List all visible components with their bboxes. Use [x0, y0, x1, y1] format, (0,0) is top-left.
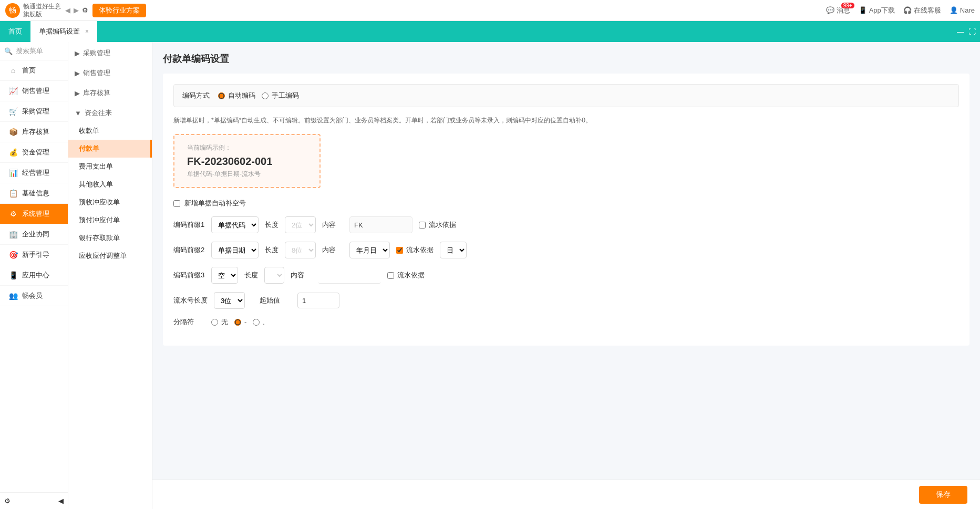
prefix3-label: 编码前缀3	[173, 271, 205, 280]
length2-label: 长度	[265, 245, 278, 255]
trial-button[interactable]: 体验行业方案	[92, 4, 146, 17]
app-download-button[interactable]: 📱 App下载	[859, 6, 895, 15]
sub-group-finance-header[interactable]: ▼ 资金往来	[68, 104, 152, 122]
tab-close-icon[interactable]: ×	[85, 28, 89, 35]
save-button[interactable]: 保存	[919, 486, 967, 504]
tab-bar-actions: — ⛶	[957, 27, 980, 36]
sidebar-collapse-icon[interactable]: ◀	[58, 497, 64, 505]
form-row-prefix3: 编码前缀3 空 长度 内容 流水依据	[173, 267, 959, 284]
sidebar-item-sales[interactable]: 📈 销售管理	[0, 81, 68, 101]
sep-dash-option[interactable]: -	[234, 318, 246, 326]
purchase-icon: 🛒	[8, 107, 18, 116]
length3-select[interactable]	[264, 267, 284, 284]
basic-icon: 📋	[8, 189, 18, 198]
arrow-right-icon3: ▶	[75, 89, 80, 97]
start-value-input[interactable]	[297, 293, 339, 308]
inventory-icon: 📦	[8, 127, 18, 137]
waterflow1-checkbox[interactable]	[419, 222, 426, 228]
prefix3-select[interactable]: 空	[211, 267, 238, 284]
tab-bar: 首页 单据编码设置 × — ⛶	[0, 21, 980, 42]
operations-icon: 📊	[8, 168, 18, 178]
form-row-prefix1: 编码前缀1 单据代码 长度 2位 内容 FK 流水依据	[173, 216, 959, 233]
sidebar-item-appstore[interactable]: 📱 应用中心	[0, 265, 68, 286]
sub-group-purchase-header[interactable]: ▶ 采购管理	[68, 44, 152, 62]
manual-encoding-option[interactable]: 手工编码	[262, 91, 299, 100]
nav-prev-icon[interactable]: ◀	[65, 6, 70, 14]
sidebar-item-system[interactable]: ⚙ 系统管理	[0, 204, 68, 224]
logo-badge: 旗舰版	[23, 11, 61, 18]
sub-item-prepay-pay[interactable]: 预付冲应付单	[68, 211, 152, 229]
message-badge: 99+	[841, 3, 854, 8]
encoding-method-label: 编码方式	[182, 91, 210, 100]
sidebar-item-home[interactable]: ⌂ 首页	[0, 60, 68, 81]
sep-dot-option[interactable]: .	[253, 318, 265, 326]
tab-minimize-icon[interactable]: —	[957, 27, 964, 36]
messages-button[interactable]: 💬 消息 99+	[826, 6, 850, 15]
page-title: 付款单编码设置	[163, 53, 969, 65]
sub-item-prepay-recv[interactable]: 预收冲应收单	[68, 193, 152, 211]
sep-dash-radio[interactable]	[234, 319, 241, 326]
sub-group-inventory-header[interactable]: ▶ 库存核算	[68, 84, 152, 102]
content3-label: 内容	[291, 271, 312, 280]
sidebar-item-finance[interactable]: 💰 资金管理	[0, 142, 68, 163]
sidebar-item-operations[interactable]: 📊 经营管理	[0, 163, 68, 183]
serial-length-select[interactable]: 3位	[214, 292, 245, 309]
sub-item-expense[interactable]: 费用支出单	[68, 158, 152, 175]
length1-select[interactable]: 2位	[285, 216, 316, 233]
tab-home[interactable]: 首页	[0, 21, 30, 42]
sidebar-search[interactable]: 🔍 搜索菜单	[0, 42, 68, 60]
sidebar-settings-icon[interactable]: ⚙	[4, 497, 11, 505]
message-icon: 💬	[826, 6, 834, 14]
logo-text: 畅通道好生意 旗舰版	[23, 3, 61, 18]
sidebar-item-inventory[interactable]: 📦 库存核算	[0, 122, 68, 142]
prefix1-select[interactable]: 单据代码	[211, 216, 259, 233]
manual-encoding-radio[interactable]	[262, 92, 269, 99]
online-service-button[interactable]: 🎧 在线客服	[903, 6, 941, 15]
sub-group-sales-header[interactable]: ▶ 销售管理	[68, 64, 152, 82]
sub-sidebar: ▶ 采购管理 ▶ 销售管理 ▶ 库存核算 ▼ 资金往来 收款单 付款单 费用支出…	[68, 42, 152, 509]
sep-dot-radio[interactable]	[253, 319, 260, 326]
waterflow2-checkbox[interactable]	[396, 247, 403, 254]
sidebar-item-corp[interactable]: 🏢 企业协同	[0, 224, 68, 245]
tab-expand-icon[interactable]: ⛶	[968, 27, 976, 36]
avatar: 👤	[950, 6, 958, 14]
nav-next-icon[interactable]: ▶	[74, 6, 79, 14]
prefix1-label: 编码前缀1	[173, 220, 205, 230]
sep-none-option[interactable]: 无	[211, 317, 228, 327]
sub-item-income[interactable]: 其他收入单	[68, 175, 152, 193]
sub-group-purchase: ▶ 采购管理	[68, 44, 152, 62]
length2-select[interactable]: 8位	[285, 242, 316, 258]
sidebar-item-guide[interactable]: 🎯 新手引导	[0, 245, 68, 265]
separator-options: 无 - .	[211, 317, 265, 327]
top-bar: 畅 畅通道好生意 旗舰版 ◀ ▶ ⚙ 体验行业方案 💬 消息 99+ 📱 App…	[0, 0, 980, 21]
length3-label: 长度	[244, 271, 258, 280]
sub-item-bank[interactable]: 银行存取款单	[68, 229, 152, 247]
encoding-radio-group: 自动编码 手工编码	[218, 91, 299, 100]
sidebar-item-basic[interactable]: 📋 基础信息	[0, 183, 68, 204]
sidebar-item-member[interactable]: 👥 畅会员	[0, 286, 68, 306]
auto-encoding-option[interactable]: 自动编码	[218, 91, 255, 100]
prefix2-select[interactable]: 单据日期	[211, 242, 259, 258]
sidebar-item-purchase[interactable]: 🛒 采购管理	[0, 101, 68, 122]
arrow-down-icon: ▼	[75, 109, 81, 117]
sub-item-payment[interactable]: 付款单	[68, 140, 152, 158]
sub-item-adjust[interactable]: 应收应付调整单	[68, 247, 152, 265]
waterflow3-checkbox[interactable]	[387, 272, 394, 279]
arrow-right-icon2: ▶	[75, 69, 80, 77]
auto-fill-checkbox[interactable]	[173, 200, 180, 207]
top-bar-left: 畅 畅通道好生意 旗舰版 ◀ ▶ ⚙ 体验行业方案	[5, 3, 146, 18]
logo-icon: 畅	[5, 3, 20, 18]
length1-label: 长度	[265, 220, 278, 230]
settings-icon[interactable]: ⚙	[82, 6, 88, 14]
content2-label: 内容	[322, 245, 343, 255]
tab-encoding-settings[interactable]: 单据编码设置 ×	[30, 21, 97, 42]
guide-icon: 🎯	[8, 250, 18, 259]
start-value-label: 起始值	[260, 296, 291, 305]
user-profile[interactable]: 👤 Nare	[950, 6, 975, 14]
sep-none-radio[interactable]	[211, 319, 218, 326]
waterflow1-check: 流水依据	[419, 220, 456, 230]
period2-select[interactable]: 日	[440, 242, 467, 258]
content2-select[interactable]: 年月日	[349, 242, 390, 258]
sub-item-receipt[interactable]: 收款单	[68, 122, 152, 140]
auto-encoding-radio[interactable]	[218, 92, 225, 99]
